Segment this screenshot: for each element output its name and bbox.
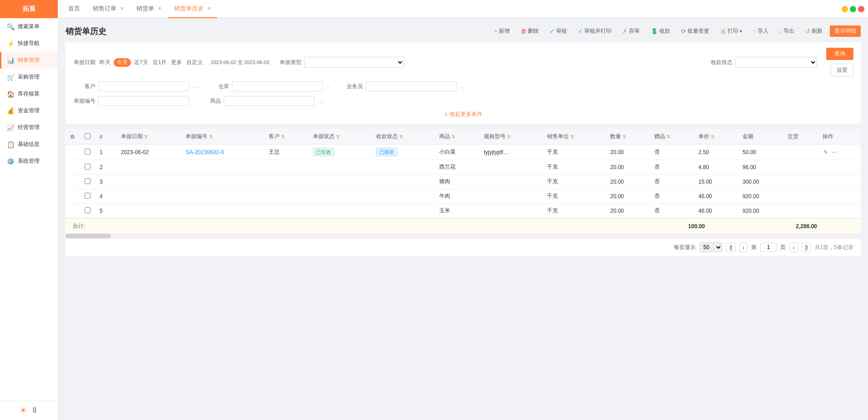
cell-doc-number-3[interactable] bbox=[181, 189, 264, 204]
collapse-button[interactable]: ∧ 收起更多条件 bbox=[73, 110, 853, 118]
col-qty[interactable]: 数量 ⇅ bbox=[606, 129, 650, 145]
tab-sales-order[interactable]: 销售订单 ✕ bbox=[86, 0, 130, 18]
col-checkbox[interactable] bbox=[80, 129, 95, 145]
col-gear[interactable]: ⚙ bbox=[65, 129, 80, 145]
import-button[interactable]: ↑ 导入 bbox=[749, 25, 772, 37]
customer-dots[interactable]: ... bbox=[193, 83, 197, 90]
receive-label: 收款 bbox=[659, 27, 670, 35]
select-all-checkbox[interactable] bbox=[85, 133, 90, 139]
col-gift[interactable]: 赠品 ⇅ bbox=[650, 129, 694, 145]
next-page-button[interactable]: › bbox=[789, 243, 798, 252]
receive-button[interactable]: 💲 收款 bbox=[647, 25, 674, 37]
shortcut-7days[interactable]: 近7天 bbox=[133, 58, 150, 67]
row-checkbox-3[interactable] bbox=[85, 193, 90, 199]
col-spec[interactable]: 规格型号 ⇅ bbox=[479, 129, 542, 145]
col-goods[interactable]: 商品 ⇅ bbox=[435, 129, 479, 145]
sidebar-item-finance[interactable]: 💰 资金管理 bbox=[0, 102, 58, 119]
row-checkbox-4[interactable] bbox=[85, 207, 90, 213]
tab-sales-history-close[interactable]: ✕ bbox=[207, 6, 211, 11]
payment-status-select[interactable] bbox=[736, 57, 817, 67]
query-button[interactable]: 查询 bbox=[826, 48, 853, 60]
sidebar-item-basic-info[interactable]: 📋 基础信息 bbox=[0, 136, 58, 153]
show-detail-button[interactable]: 显示明细 bbox=[830, 25, 861, 37]
edit-action-0[interactable]: ✎ bbox=[823, 149, 828, 155]
warehouse-dots[interactable]: ... bbox=[326, 83, 331, 90]
shortcut-more[interactable]: 更多 bbox=[170, 58, 183, 67]
cell-doc-date-4 bbox=[116, 204, 181, 218]
cell-checkbox-3[interactable] bbox=[80, 189, 95, 204]
sidebar-item-sys-mgmt[interactable]: ⚙️ 系统管理 bbox=[0, 153, 58, 170]
cell-doc-number-1[interactable] bbox=[181, 160, 264, 175]
page-size-select[interactable]: 50 100 200 bbox=[699, 242, 722, 252]
sidebar-item-operations[interactable]: 📈 经营管理 bbox=[0, 119, 58, 136]
doc-type-select-wrapper[interactable] bbox=[304, 57, 404, 68]
sidebar-item-search-menu[interactable]: 🔍 搜索菜单 bbox=[0, 18, 58, 35]
warehouse-input[interactable] bbox=[232, 81, 323, 91]
sidebar-item-purchase-mgmt[interactable]: 🛒 采购管理 bbox=[0, 69, 58, 85]
last-page-button[interactable]: ⟫ bbox=[802, 243, 811, 252]
filter-settings-button[interactable]: 设置 bbox=[831, 64, 853, 77]
payment-status-select-wrapper[interactable] bbox=[735, 57, 817, 68]
tab-sales-goods[interactable]: 销货单 ✕ bbox=[130, 0, 168, 18]
sidebar-item-inventory[interactable]: 🏠 库存核算 bbox=[0, 85, 58, 102]
prev-page-button[interactable]: ‹ bbox=[739, 243, 748, 252]
sidebar-item-sales-mgmt[interactable]: 📊 销售管理 bbox=[0, 52, 58, 69]
abandon-button[interactable]: ✗ 弃审 bbox=[619, 25, 643, 37]
scroll-bar[interactable] bbox=[65, 234, 861, 238]
shortcut-custom[interactable]: 自定义 bbox=[185, 58, 204, 67]
audit-button[interactable]: ✓ 审核 bbox=[546, 25, 571, 37]
cell-doc-date-1 bbox=[116, 160, 181, 175]
shortcut-1month[interactable]: 近1月 bbox=[151, 58, 168, 67]
row-checkbox-1[interactable] bbox=[85, 164, 90, 170]
tab-home[interactable]: 首页 bbox=[62, 0, 86, 18]
tab-sales-history[interactable]: 销货单历史 ✕ bbox=[168, 0, 217, 18]
refresh-button[interactable]: ↺ 刷新 bbox=[802, 25, 826, 37]
col-doc-date[interactable]: 单据日期 ⇅ bbox=[116, 129, 181, 145]
current-page-input[interactable] bbox=[760, 243, 777, 252]
row-checkbox-0[interactable] bbox=[85, 149, 90, 155]
scroll-thumb[interactable] bbox=[65, 234, 111, 238]
row-checkbox-2[interactable] bbox=[85, 178, 90, 184]
sidebar-bottom-icon2[interactable]: ⏸ bbox=[30, 405, 39, 415]
tab-sales-order-close[interactable]: ✕ bbox=[120, 6, 124, 11]
staff-dots[interactable]: ... bbox=[460, 83, 465, 90]
gear-icon[interactable]: ⚙ bbox=[70, 134, 75, 140]
first-page-button[interactable]: ⟪ bbox=[726, 243, 736, 252]
cell-doc-number-2[interactable] bbox=[181, 175, 264, 189]
cell-checkbox-2[interactable] bbox=[80, 175, 95, 189]
delete-button[interactable]: 🗑 删除 bbox=[517, 25, 542, 37]
doc-type-select[interactable] bbox=[305, 57, 404, 67]
cell-checkbox-1[interactable] bbox=[80, 160, 95, 175]
doc-number-input[interactable] bbox=[98, 96, 189, 106]
shortcut-today[interactable]: 今天 bbox=[114, 58, 131, 67]
close-button[interactable] bbox=[858, 6, 864, 12]
export-button[interactable]: ↓ 导出 bbox=[776, 25, 798, 37]
audit-print-button[interactable]: ✓ 审核并打印 bbox=[574, 25, 615, 37]
col-unit-price[interactable]: 单价 ⇅ bbox=[694, 129, 738, 145]
doc-number-link-0[interactable]: SA-20230602-0 bbox=[186, 149, 224, 155]
col-unit[interactable]: 销售单位 ⇅ bbox=[542, 129, 606, 145]
cell-checkbox-4[interactable] bbox=[80, 204, 95, 218]
cell-doc-number-0[interactable]: SA-20230602-0 bbox=[181, 145, 264, 160]
staff-input[interactable] bbox=[366, 81, 457, 91]
batch-change-button[interactable]: ⟳ 批量变更 bbox=[677, 25, 713, 37]
sidebar-bottom-icon1[interactable]: ☀ bbox=[20, 405, 27, 415]
sidebar-item-quick-nav[interactable]: ⚡ 快捷导航 bbox=[0, 35, 58, 52]
shortcut-yesterday[interactable]: 昨天 bbox=[98, 58, 112, 67]
more-action-0[interactable]: ⋯ bbox=[832, 149, 837, 155]
col-doc-number[interactable]: 单据编号 ⇅ bbox=[181, 129, 264, 145]
cell-doc-number-4[interactable] bbox=[181, 204, 264, 218]
col-customer[interactable]: 客户 ⇅ bbox=[264, 129, 308, 145]
sidebar-item-search-menu-label: 搜索菜单 bbox=[18, 23, 40, 30]
col-doc-status[interactable]: 单据状态 ⇅ bbox=[308, 129, 371, 145]
tab-sales-goods-close[interactable]: ✕ bbox=[158, 6, 161, 11]
cell-checkbox-0[interactable] bbox=[80, 145, 95, 160]
print-button[interactable]: 🖨 打印 ▾ bbox=[717, 25, 746, 37]
goods-input[interactable] bbox=[224, 96, 315, 106]
minimize-button[interactable] bbox=[842, 6, 848, 12]
maximize-button[interactable] bbox=[850, 6, 856, 12]
goods-dots[interactable]: ... bbox=[318, 98, 323, 104]
customer-input[interactable] bbox=[98, 81, 189, 91]
col-payment-status[interactable]: 收款状态 ⇅ bbox=[371, 129, 435, 145]
new-button[interactable]: + 新增 bbox=[490, 25, 513, 37]
